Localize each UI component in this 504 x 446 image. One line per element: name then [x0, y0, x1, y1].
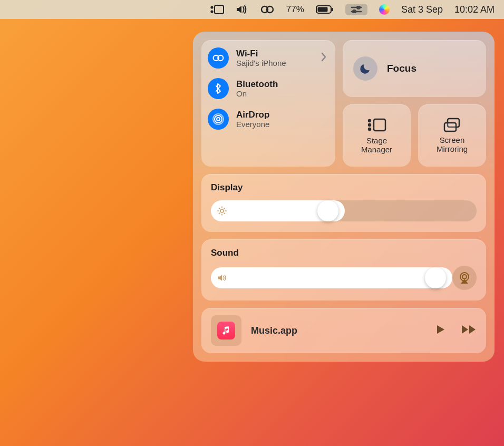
- brightness-icon: [217, 206, 227, 216]
- menubar-time[interactable]: 10:02 AM: [454, 4, 495, 15]
- hotspot-menubar-icon[interactable]: [260, 5, 275, 14]
- screen-mirroring-label: Screen Mirroring: [437, 135, 468, 154]
- svg-rect-6: [317, 7, 327, 12]
- svg-rect-17: [374, 119, 385, 131]
- bluetooth-subtitle: On: [236, 89, 278, 98]
- play-button[interactable]: [434, 324, 446, 337]
- airplay-audio-button[interactable]: [452, 266, 477, 290]
- svg-line-28: [219, 208, 220, 209]
- svg-point-33: [462, 275, 467, 279]
- svg-rect-0: [215, 5, 224, 14]
- bluetooth-toggle[interactable]: Bluetooth On: [208, 78, 329, 99]
- siri-icon[interactable]: [379, 4, 390, 15]
- volume-icon: [217, 274, 228, 282]
- svg-point-9: [357, 6, 360, 9]
- svg-point-11: [353, 10, 356, 13]
- svg-point-23: [220, 209, 224, 212]
- wifi-title: Wi-Fi: [236, 49, 286, 59]
- airdrop-subtitle: Everyone: [236, 120, 269, 129]
- control-center-panel: Wi-Fi Sajid's iPhone Bluetooth On: [193, 32, 495, 362]
- wifi-toggle[interactable]: Wi-Fi Sajid's iPhone: [208, 47, 329, 69]
- sound-label: Sound: [211, 248, 477, 258]
- focus-label: Focus: [387, 63, 416, 74]
- music-app-icon: [217, 322, 235, 340]
- menubar: 77% Sat 3 Sep 10:02 AM: [0, 0, 504, 19]
- svg-line-29: [224, 213, 225, 214]
- now-playing-card[interactable]: Music.app: [201, 308, 486, 353]
- stage-manager-label: Stage Manager: [361, 136, 392, 154]
- display-card: Display: [201, 174, 486, 232]
- sound-volume-slider[interactable]: [211, 267, 446, 288]
- svg-point-18: [369, 120, 371, 122]
- svg-point-20: [369, 128, 371, 130]
- svg-rect-22: [444, 123, 456, 131]
- connectivity-card: Wi-Fi Sajid's iPhone Bluetooth On: [201, 40, 335, 167]
- sound-card: Sound: [201, 239, 486, 300]
- bluetooth-icon: [208, 78, 229, 99]
- focus-button[interactable]: Focus: [343, 40, 486, 97]
- airdrop-icon: [208, 109, 229, 130]
- chevron-right-icon: [321, 52, 327, 64]
- svg-point-14: [217, 118, 220, 121]
- stage-manager-button[interactable]: Stage Manager: [343, 104, 411, 167]
- now-playing-artwork: [211, 315, 241, 346]
- svg-line-30: [219, 213, 220, 214]
- svg-point-19: [369, 124, 371, 126]
- moon-icon: [353, 56, 377, 81]
- desktop: 77% Sat 3 Sep 10:02 AM: [0, 0, 504, 446]
- menubar-date[interactable]: Sat 3 Sep: [401, 4, 443, 15]
- volume-menubar-icon[interactable]: [236, 5, 248, 14]
- svg-point-1: [211, 6, 212, 8]
- battery-icon[interactable]: [316, 5, 334, 14]
- screen-mirroring-icon: [443, 118, 462, 132]
- stage-manager-menubar-icon[interactable]: [210, 5, 224, 14]
- bluetooth-title: Bluetooth: [236, 79, 278, 90]
- hotspot-icon: [208, 47, 229, 69]
- airdrop-toggle[interactable]: AirDrop Everyone: [208, 109, 329, 130]
- next-track-button[interactable]: [461, 324, 477, 337]
- stage-manager-icon: [366, 117, 387, 133]
- airplay-icon: [458, 272, 471, 284]
- svg-rect-7: [332, 8, 333, 11]
- svg-line-31: [224, 208, 225, 209]
- svg-point-2: [211, 11, 212, 12]
- airdrop-title: AirDrop: [236, 110, 269, 120]
- svg-point-15: [215, 115, 222, 123]
- battery-percent: 77%: [286, 4, 304, 15]
- display-label: Display: [211, 182, 477, 193]
- wifi-subtitle: Sajid's iPhone: [236, 59, 286, 67]
- screen-mirroring-button[interactable]: Screen Mirroring: [418, 104, 486, 167]
- now-playing-title: Music.app: [251, 325, 425, 336]
- control-center-menubar-icon[interactable]: [345, 4, 367, 15]
- display-brightness-slider[interactable]: [211, 200, 477, 221]
